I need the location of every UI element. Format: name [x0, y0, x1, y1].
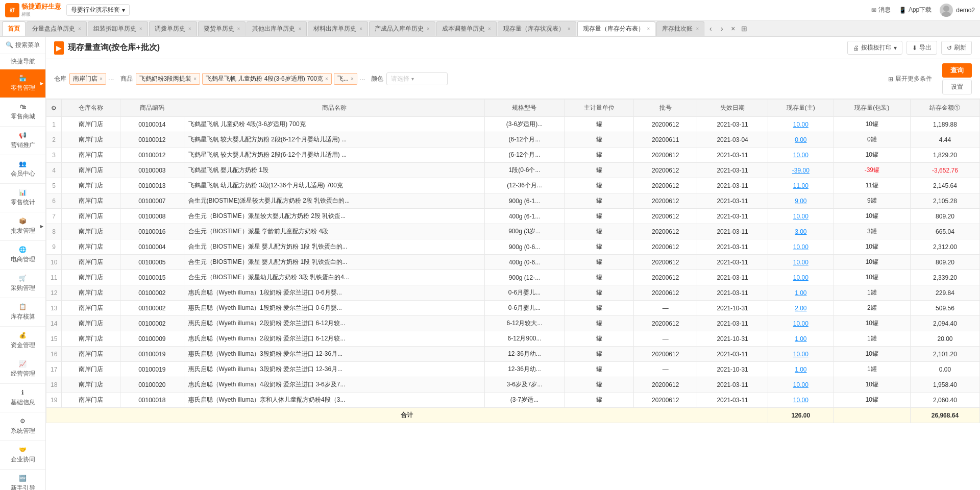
tab-5-close[interactable]: ×: [298, 26, 301, 32]
row-qty-main[interactable]: 10.00: [768, 209, 834, 224]
color-select[interactable]: 请选择 ▾: [386, 72, 448, 85]
warehouse-tag-close-0[interactable]: ×: [100, 76, 103, 82]
export-btn[interactable]: ⬇ 导出: [906, 41, 937, 55]
sidebar-item-retail-mall[interactable]: 🛍 零售商城: [0, 98, 45, 127]
goods-tag-close-1[interactable]: ×: [325, 76, 328, 82]
tab-9-close[interactable]: ×: [568, 26, 571, 32]
app-download-btn[interactable]: 📱 App下载: [899, 6, 932, 14]
tab-7-close[interactable]: ×: [427, 26, 430, 32]
goods-tag-close-0[interactable]: ×: [193, 76, 197, 82]
tab-menu-btn[interactable]: ⊞: [739, 21, 749, 36]
row-qty-main[interactable]: 9.00: [768, 193, 834, 209]
tab-1-close[interactable]: ×: [78, 26, 81, 32]
goods-tag-1[interactable]: 飞鹤星飞帆 儿童奶粉 4段(3-6岁适用) 700克 ×: [202, 73, 332, 85]
tab-1[interactable]: 分量盘点单历史 ×: [27, 21, 87, 36]
tab-4-close[interactable]: ×: [237, 26, 240, 32]
message-btn[interactable]: ✉ 消息: [871, 6, 891, 14]
goods-tag-2[interactable]: 飞... ×: [334, 73, 357, 85]
tab-9[interactable]: 现存量（库存状况表） ×: [498, 21, 576, 36]
goods-more-btn[interactable]: ···: [359, 75, 365, 83]
sidebar-item-marketing[interactable]: 📢 营销推广: [0, 127, 45, 155]
row-spec: 900g (6-1...: [484, 193, 564, 209]
goods-tag-close-2[interactable]: ×: [351, 76, 354, 82]
tab-2-close[interactable]: ×: [139, 26, 142, 32]
row-qty-main[interactable]: 2.00: [768, 301, 834, 316]
refresh-btn[interactable]: ↺ 刷新: [941, 41, 972, 55]
row-expire: 2021-03-11: [697, 178, 768, 193]
tab-8-close[interactable]: ×: [488, 26, 491, 32]
inventory-table: ⚙ 仓库名称 商品编码 商品名称 规格型号 主计量单位 批号 失效日期 现存量(…: [46, 99, 980, 423]
row-qty-main[interactable]: 0.00: [768, 132, 834, 148]
filter-expand-btn[interactable]: ⊞ 展开更多条件: [888, 75, 932, 83]
row-code: 00100015: [120, 270, 184, 285]
guide-icon: 🆕: [19, 475, 27, 482]
tab-6-close[interactable]: ×: [359, 26, 362, 32]
tab-3-close[interactable]: ×: [188, 26, 191, 32]
table-row: 13 南岸门店 00100002 惠氏启聪（Wyeth illuma）1段奶粉 …: [46, 301, 980, 316]
sidebar-item-member[interactable]: 👥 会员中心: [0, 155, 45, 184]
row-qty-main[interactable]: 1.00: [768, 285, 834, 301]
tab-10[interactable]: 现存量（库存分布表） ×: [577, 21, 656, 36]
row-qty-main[interactable]: 1.00: [768, 362, 834, 377]
sidebar-item-wholesale[interactable]: 📦 批发管理 ▶: [0, 212, 45, 241]
account-selector[interactable]: 母婴行业演示账套 ▾: [66, 4, 130, 16]
row-qty-main[interactable]: 1.00: [768, 331, 834, 347]
tab-6[interactable]: 材料出库单历史 ×: [308, 21, 368, 36]
refresh-icon: ↺: [947, 44, 952, 52]
row-qty-main[interactable]: 10.00: [768, 377, 834, 393]
warehouse-tag-0[interactable]: 南岸门店 ×: [69, 73, 106, 85]
row-qty-main[interactable]: 10.00: [768, 255, 834, 270]
goods-tag-text-1: 飞鹤星飞帆 儿童奶粉 4段(3-6岁适用) 700克: [206, 75, 323, 83]
sidebar-item-enterprise[interactable]: 🤝 企业协同: [0, 441, 45, 470]
warehouse-more-btn[interactable]: ···: [108, 75, 114, 83]
sidebar-item-retail-stats[interactable]: 📊 零售统计: [0, 184, 45, 212]
tab-next-btn[interactable]: ›: [717, 21, 727, 36]
row-warehouse: 南岸门店: [62, 331, 120, 347]
template-print-btn[interactable]: 🖨 按模板打印 ▾: [847, 41, 902, 55]
row-spec: 0-6月婴儿...: [484, 285, 564, 301]
tab-3[interactable]: 调拨单历史 ×: [149, 21, 197, 36]
goods-tag-0[interactable]: 飞鹤奶粉3段两提装 ×: [136, 73, 201, 85]
sidebar-item-ecommerce[interactable]: 🌐 电商管理: [0, 241, 45, 270]
mall-icon: 🛍: [20, 103, 26, 110]
tab-10-close[interactable]: ×: [647, 26, 650, 32]
setting-btn[interactable]: 设置: [942, 80, 972, 94]
sidebar-item-retail-mgmt[interactable]: 🏪 零售管理 ▶: [0, 69, 45, 98]
tab-5[interactable]: 其他出库单历史 ×: [247, 21, 307, 36]
tab-close-all-btn[interactable]: ×: [728, 21, 738, 36]
table-row: 19 南岸门店 00100018 惠氏启聪（Wyeth illuma）亲和人体儿…: [46, 393, 980, 408]
row-qty-main[interactable]: 10.00: [768, 117, 834, 132]
row-qty-main[interactable]: 10.00: [768, 239, 834, 255]
sidebar-search[interactable]: 🔍 搜索菜单: [0, 37, 45, 54]
sidebar-item-system[interactable]: ⚙ 系统管理: [0, 412, 45, 441]
row-batch: 20200612: [634, 270, 697, 285]
row-qty-main[interactable]: 11.00: [768, 178, 834, 193]
tab-4[interactable]: 要货单历史 ×: [198, 21, 246, 36]
tab-prev-btn[interactable]: ‹: [705, 21, 716, 36]
tab-7[interactable]: 产成品入库单历史 ×: [369, 21, 435, 36]
tab-home[interactable]: 首页: [2, 21, 26, 36]
row-qty-main[interactable]: 10.00: [768, 270, 834, 285]
filter-row: 仓库 南岸门店 × ··· 商品 飞鹤奶粉3段两提装: [54, 63, 972, 94]
row-qty-main[interactable]: 10.00: [768, 393, 834, 408]
sidebar-item-finance[interactable]: 💰 资金管理: [0, 327, 45, 355]
sidebar-item-inventory[interactable]: 📋 库存核算: [0, 298, 45, 327]
row-qty-main[interactable]: 3.00: [768, 224, 834, 239]
sidebar-item-guide[interactable]: 🆕 新手引导: [0, 470, 45, 490]
query-btn[interactable]: 查询: [942, 63, 972, 78]
sidebar-item-basic-info[interactable]: ℹ 基础信息: [0, 384, 45, 412]
sidebar-quick-nav[interactable]: 快捷导航: [0, 54, 45, 69]
sidebar-item-purchase[interactable]: 🛒 采购管理: [0, 270, 45, 298]
tab-8[interactable]: 成本调整单历史 ×: [436, 21, 497, 36]
row-unit: 罐: [565, 163, 634, 178]
row-qty-main[interactable]: 10.00: [768, 316, 834, 331]
row-qty-main[interactable]: 10.00: [768, 148, 834, 163]
tab-11-close[interactable]: ×: [696, 26, 699, 32]
tab-11[interactable]: 库存批次账 ×: [656, 21, 704, 36]
tab-2[interactable]: 组装拆卸单历史 ×: [88, 21, 148, 36]
sidebar-expand-btn[interactable]: ▶: [54, 41, 64, 55]
row-amount: 2,094.40: [910, 316, 979, 331]
sidebar-item-ops-mgmt[interactable]: 📈 经营管理: [0, 355, 45, 384]
row-qty-main[interactable]: 10.00: [768, 347, 834, 362]
row-qty-main[interactable]: -39.00: [768, 163, 834, 178]
